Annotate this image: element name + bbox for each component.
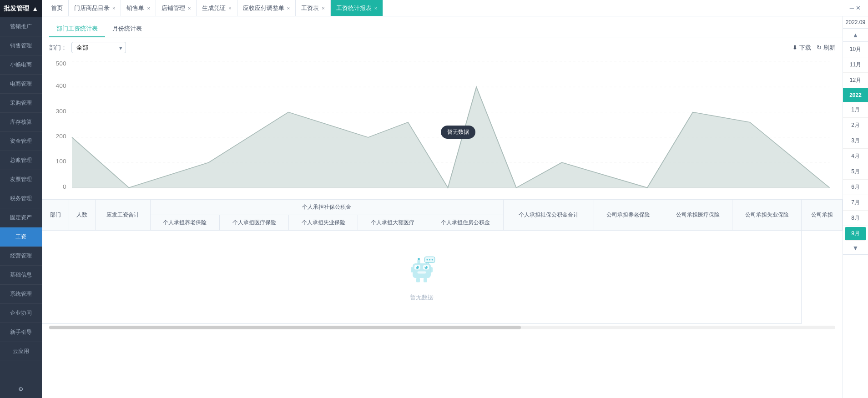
tab-label: 销售单 [126,4,144,12]
chart-area: 0 100 200 300 400 500 [42,58,843,199]
tab-销售单[interactable]: 销售单× [121,0,156,16]
svg-rect-20 [430,267,433,272]
download-icon: ⬇ [792,44,797,51]
sidebar-item-固定资产[interactable]: 固定资产 [0,208,42,227]
sidebar-item-总账管理[interactable]: 总账管理 [0,151,42,170]
download-label: 下载 [799,44,811,52]
sidebar-item-营销推广[interactable]: 营销推广 [0,17,42,36]
sidebar-item-云应用[interactable]: 云应用 [0,342,42,361]
tab-应收应付调整单[interactable]: 应收应付调整单× [237,0,296,16]
cal-month-5[interactable]: 5月 [843,164,868,180]
tab-label: 应收应付调整单 [243,4,284,12]
tab-工资统计报表[interactable]: 工资统计报表× [331,0,383,16]
window-close-button[interactable]: ─ ✕ [846,5,864,11]
tab-close-icon[interactable]: × [287,5,290,11]
table-area[interactable]: 部门 人数 应发工资合计 个人承担社保公积金 个人承担社保公积金合计 公司承担养… [42,199,843,398]
sidebar-item-经营管理[interactable]: 经营管理 [0,247,42,266]
toolbar-actions: ⬇ 下载 ↻ 刷新 [792,44,835,52]
cal-month-2[interactable]: 2月 [843,118,868,133]
refresh-button[interactable]: ↻ 刷新 [817,44,835,52]
tab-首页[interactable]: 首页 [45,0,69,16]
cal-month-8[interactable]: 8月 [843,211,868,226]
cal-month-7[interactable]: 7月 [843,195,868,211]
data-table: 部门 人数 应发工资合计 个人承担社保公积金 个人承担社保公积金合计 公司承担养… [42,199,843,324]
sidebar-item-资金管理[interactable]: 资金管理 [0,132,42,151]
empty-robot-icon [404,252,440,289]
tab-工资表[interactable]: 工资表× [296,0,330,16]
svg-point-31 [432,259,433,260]
cal-month-6[interactable]: 6月 [843,180,868,195]
horizontal-scrollbar[interactable] [49,326,521,329]
cal-month-9[interactable]: 9月 [845,227,866,241]
cal-year-2022[interactable]: 2022 [843,88,868,102]
dept-select[interactable]: 全部销售部财务部人事部技术部 [71,42,126,53]
sidebar-item-采购管理[interactable]: 采购管理 [0,94,42,113]
col-group-personal-social: 个人承担社保公积金 [150,200,503,215]
cal-month-1[interactable]: 1月 [843,102,868,118]
sidebar-item-销售管理[interactable]: 销售管理 [0,36,42,55]
sidebar-item-电商管理[interactable]: 电商管理 [0,75,42,94]
download-button[interactable]: ⬇ 下载 [792,44,811,52]
svg-rect-18 [417,272,426,274]
tab-label: 工资统计报表 [336,4,372,12]
tab-close-icon[interactable]: × [374,5,377,11]
tab-close-icon[interactable]: × [147,5,150,11]
calendar-header: 2022.09 [843,16,868,29]
cal-month-12[interactable]: 12月 [843,73,868,88]
gear-icon: ⚙ [18,386,24,393]
svg-text:500: 500 [56,60,66,66]
sidebar-item-基础信息[interactable]: 基础信息 [0,266,42,285]
dept-filter: 部门： 全部销售部财务部人事部技术部 [49,42,126,53]
sidebar-item-新手引导[interactable]: 新手引导 [0,323,42,342]
cal-month-3[interactable]: 3月 [843,133,868,149]
col-headcount: 人数 [69,200,96,231]
sidebar-item-税务管理[interactable]: 税务管理 [0,189,42,208]
content-area: 部门工资统计表月份统计表 部门： 全部销售部财务部人事部技术部 ⬇ 下载 [42,16,868,398]
cal-month-10[interactable]: 10月 [843,42,868,57]
tab-close-icon[interactable]: × [228,5,231,11]
col-personal-pension: 个人承担养老保险 [150,215,219,231]
chart-no-data-tooltip: 暂无数据 [441,126,475,139]
svg-text:300: 300 [56,108,66,115]
sidebar-item-工资[interactable]: 工资 [0,227,42,247]
sidebar-footer[interactable]: ⚙ [0,380,42,398]
sub-tab-月份统计表[interactable]: 月份统计表 [105,21,149,37]
page-body: 部门工资统计表月份统计表 部门： 全部销售部财务部人事部技术部 ⬇ 下载 [42,16,843,398]
tab-label: 工资表 [301,4,319,12]
svg-point-29 [426,259,428,260]
svg-rect-19 [411,267,413,272]
tab-门店商品目录[interactable]: 门店商品目录× [69,0,121,16]
svg-point-25 [416,266,417,267]
sidebar-item-发票管理[interactable]: 发票管理 [0,170,42,189]
dept-select-wrapper: 全部销售部财务部人事部技术部 [71,42,126,53]
close-icon: ✕ [856,5,861,11]
tab-生成凭证[interactable]: 生成凭证× [197,0,237,16]
sidebar-header[interactable]: 批发管理 ▲ [0,0,42,17]
svg-text:200: 200 [56,133,66,140]
svg-text:0: 0 [63,184,66,190]
tab-label: 店铺管理 [161,4,185,12]
calendar-down-nav[interactable]: ▼ [843,242,868,255]
tab-close-icon[interactable]: × [322,5,324,11]
calendar-up-nav[interactable]: ▲ [843,29,868,42]
cal-month-11[interactable]: 11月 [843,57,868,73]
sidebar-item-小畅电商[interactable]: 小畅电商 [0,55,42,75]
svg-point-24 [418,258,420,260]
sidebar-item-库存核算[interactable]: 库存核算 [0,113,42,132]
col-personal-housing: 个人承担住房公积金 [427,215,504,231]
tab-店铺管理[interactable]: 店铺管理× [156,0,197,16]
sidebar-item-企业协同[interactable]: 企业协同 [0,304,42,323]
svg-text:400: 400 [56,83,66,89]
empty-state: 暂无数据 [47,234,797,320]
svg-point-26 [425,266,426,267]
cal-month-4[interactable]: 4月 [843,149,868,164]
tab-close-icon[interactable]: × [188,5,191,11]
sidebar-item-系统管理[interactable]: 系统管理 [0,285,42,304]
calendar-panel: 2022.09 ▲ 10月 11月 12月 2022 1月 2月 3月 4月 5… [843,16,868,398]
sidebar: 批发管理 ▲ 营销推广销售管理小畅电商电商管理采购管理库存核算资金管理总账管理发… [0,0,42,398]
col-personal-total: 个人承担社保公积金合计 [503,200,594,231]
sub-tab-部门工资统计表[interactable]: 部门工资统计表 [49,21,105,37]
refresh-label: 刷新 [823,44,835,52]
tab-close-icon[interactable]: × [112,5,115,11]
dept-label: 部门： [49,44,67,52]
